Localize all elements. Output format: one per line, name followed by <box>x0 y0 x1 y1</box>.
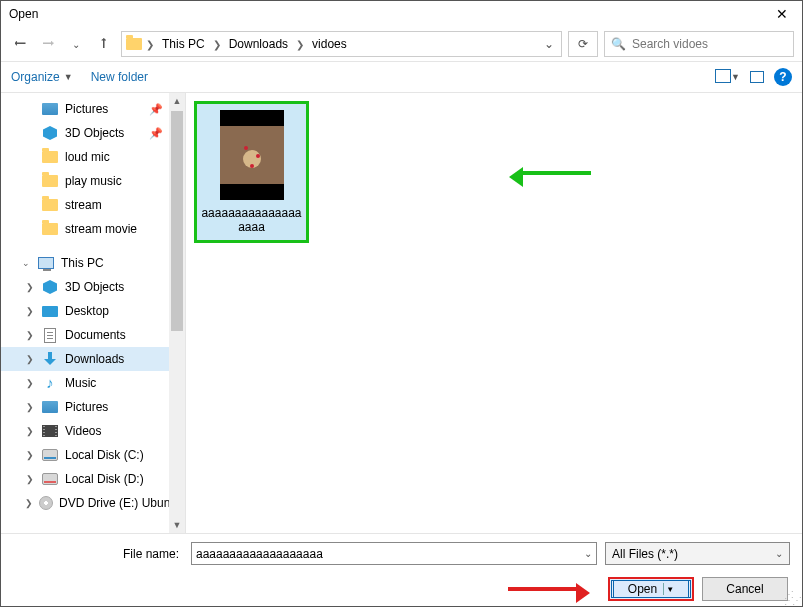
open-button-label: Open <box>628 582 657 596</box>
crumb-vidoes[interactable]: vidoes <box>308 35 351 53</box>
tree-item[interactable]: ❯3D Objects <box>1 275 169 299</box>
folder-icon <box>124 34 144 54</box>
scroll-up-icon[interactable]: ▲ <box>169 93 185 109</box>
documents-icon <box>41 327 59 343</box>
pin-icon: 📌 <box>149 127 163 140</box>
tree-item[interactable]: ❯Desktop <box>1 299 169 323</box>
search-placeholder: Search vidoes <box>632 37 708 51</box>
tree-item[interactable]: play music <box>1 169 169 193</box>
breadcrumb: This PC ❯ Downloads ❯ vidoes <box>156 35 351 53</box>
3d-objects-icon <box>41 279 59 295</box>
tree-item-label: Local Disk (C:) <box>65 448 144 462</box>
expand-icon: ❯ <box>25 330 35 340</box>
titlebar: Open ✕ <box>1 1 802 27</box>
back-button[interactable]: 🠔 <box>9 33 31 55</box>
resize-grip[interactable]: ⋰⋰⋰ <box>784 592 800 604</box>
sidebar-scrollbar[interactable]: ▲ ▼ <box>169 93 185 533</box>
sidebar: Pictures📌3D Objects📌loud micplay musicst… <box>1 93 186 533</box>
scroll-down-icon[interactable]: ▼ <box>169 517 185 533</box>
tree-item-label: Documents <box>65 328 126 342</box>
address-bar[interactable]: ❯ This PC ❯ Downloads ❯ vidoes ⌄ <box>121 31 562 57</box>
file-item-selected[interactable]: aaaaaaaaaaaaaaaaaaa <box>194 101 309 243</box>
file-item-label: aaaaaaaaaaaaaaaaaaa <box>201 206 302 234</box>
expand-icon: ❯ <box>25 474 35 484</box>
expand-icon: ❯ <box>25 378 35 388</box>
nav-row: 🠔 🠖 ⌄ 🠕 ❯ This PC ❯ Downloads ❯ vidoes ⌄… <box>1 27 802 61</box>
chevron-down-icon: ▼ <box>666 585 674 594</box>
crumb-sep-icon: ❯ <box>144 39 156 50</box>
crumb-this-pc[interactable]: This PC <box>158 35 209 53</box>
disk-icon <box>41 471 59 487</box>
chevron-down-icon: ⌄ <box>775 548 783 559</box>
chevron-right-icon: ❯ <box>294 39 306 50</box>
up-button[interactable]: 🠕 <box>93 33 115 55</box>
videos-icon <box>41 423 59 439</box>
organize-menu[interactable]: Organize ▼ <box>11 70 73 84</box>
tree-item-label: loud mic <box>65 150 110 164</box>
expand-icon: ❯ <box>25 450 35 460</box>
tree-item-label: 3D Objects <box>65 126 124 140</box>
expand-icon: ❯ <box>25 402 35 412</box>
scroll-thumb[interactable] <box>171 111 183 331</box>
pin-icon: 📌 <box>149 103 163 116</box>
tree-item[interactable]: Pictures📌 <box>1 97 169 121</box>
folder-icon <box>41 173 59 189</box>
address-dropdown[interactable]: ⌄ <box>539 37 559 51</box>
tree-item[interactable]: ❯Local Disk (D:) <box>1 467 169 491</box>
open-button[interactable]: Open ▼ <box>608 577 694 601</box>
desktop-icon <box>41 303 59 319</box>
tree-item[interactable]: ❯♪Music <box>1 371 169 395</box>
tree-item[interactable]: loud mic <box>1 145 169 169</box>
forward-button[interactable]: 🠖 <box>37 33 59 55</box>
expand-icon: ❯ <box>25 354 35 364</box>
help-button[interactable]: ? <box>774 68 792 86</box>
pictures-icon <box>41 101 59 117</box>
folder-icon <box>41 149 59 165</box>
tree-item[interactable]: stream movie <box>1 217 169 241</box>
cancel-button-label: Cancel <box>726 582 763 596</box>
annotation-arrow-green <box>521 171 591 175</box>
tree-item-label: Music <box>65 376 96 390</box>
tree-item[interactable]: stream <box>1 193 169 217</box>
search-box[interactable]: 🔍 Search vidoes <box>604 31 794 57</box>
chevron-down-icon[interactable]: ⌄ <box>584 548 592 559</box>
file-list[interactable]: aaaaaaaaaaaaaaaaaaa <box>186 93 802 533</box>
chevron-right-icon: ❯ <box>211 39 223 50</box>
this-pc-icon <box>37 255 55 271</box>
tree-item[interactable]: ❯Downloads <box>1 347 169 371</box>
tree-item[interactable]: ❯DVD Drive (E:) Ubuntu <box>1 491 169 515</box>
tree-item[interactable]: ❯Pictures <box>1 395 169 419</box>
expand-icon: ❯ <box>25 426 35 436</box>
footer: File name: aaaaaaaaaaaaaaaaaaa ⌄ All Fil… <box>1 533 802 607</box>
filename-input[interactable]: aaaaaaaaaaaaaaaaaaa ⌄ <box>191 542 597 565</box>
window-title: Open <box>9 7 38 21</box>
annotation-arrow-red <box>508 587 578 591</box>
tree-item[interactable]: 3D Objects📌 <box>1 121 169 145</box>
expand-icon: ❯ <box>25 498 33 508</box>
close-button[interactable]: ✕ <box>762 1 802 27</box>
organize-label: Organize <box>11 70 60 84</box>
tree-item[interactable]: ❯Videos <box>1 419 169 443</box>
search-icon: 🔍 <box>611 37 626 51</box>
tree-item[interactable]: ❯Local Disk (C:) <box>1 443 169 467</box>
main-area: Pictures📌3D Objects📌loud micplay musicst… <box>1 93 802 533</box>
toolbar: Organize ▼ New folder ▼ ? <box>1 61 802 93</box>
new-folder-button[interactable]: New folder <box>91 70 148 84</box>
tree-item[interactable]: ❯Documents <box>1 323 169 347</box>
cancel-button[interactable]: Cancel <box>702 577 788 601</box>
disk-icon <box>41 447 59 463</box>
filetype-value: All Files (*.*) <box>612 547 678 561</box>
crumb-downloads[interactable]: Downloads <box>225 35 292 53</box>
filename-value: aaaaaaaaaaaaaaaaaaa <box>196 547 323 561</box>
tree-item[interactable]: ⌄This PC <box>1 251 169 275</box>
filetype-select[interactable]: All Files (*.*) ⌄ <box>605 542 790 565</box>
view-mode-button[interactable]: ▼ <box>715 71 740 83</box>
tree-item-label: Desktop <box>65 304 109 318</box>
tree-item-label: Videos <box>65 424 101 438</box>
recent-dropdown[interactable]: ⌄ <box>65 33 87 55</box>
expand-icon: ❯ <box>25 282 35 292</box>
pictures-icon <box>41 399 59 415</box>
refresh-button[interactable]: ⟳ <box>568 31 598 57</box>
preview-pane-button[interactable] <box>750 71 764 83</box>
tree-item-label: Downloads <box>65 352 124 366</box>
